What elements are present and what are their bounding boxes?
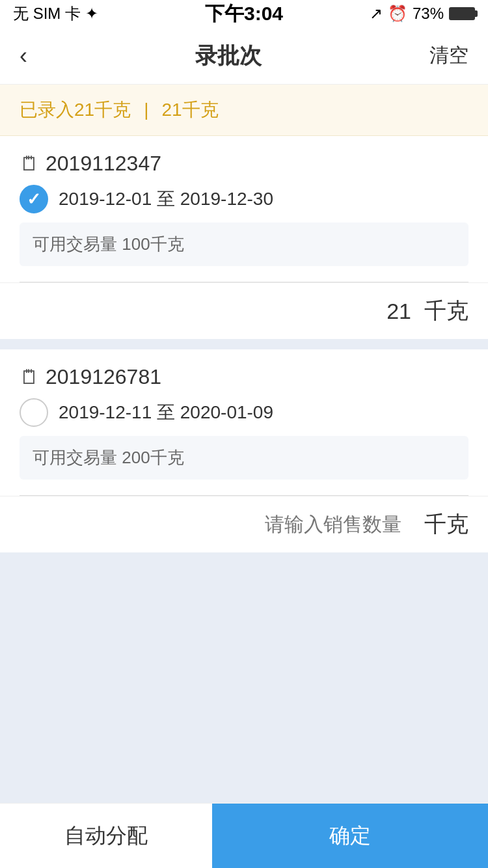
- summary-divider: |: [144, 100, 148, 120]
- batch-card-1-inner: 🗒 2019112347 2019-12-01 至 2019-12-30 可用交…: [0, 136, 488, 282]
- clear-button[interactable]: 清空: [429, 42, 468, 69]
- page-title: 录批次: [195, 41, 262, 71]
- batch-card-1: 🗒 2019112347 2019-12-01 至 2019-12-30 可用交…: [0, 136, 488, 339]
- batch-card-2-inner: 🗒 2019126781 2019-12-11 至 2020-01-09 可用交…: [0, 349, 488, 495]
- doc-icon-2: 🗒: [20, 366, 39, 388]
- battery-percent: 73%: [413, 5, 444, 23]
- status-left: 无 SIM 卡 ✦: [13, 3, 98, 24]
- batch-id-2: 2019126781: [46, 365, 161, 389]
- status-time: 下午3:04: [205, 1, 283, 27]
- batch-avail-2: 可用交易量 200千克: [20, 436, 468, 480]
- batch-avail-1: 可用交易量 100千克: [20, 223, 468, 266]
- bottom-bar: 自动分配 确定: [0, 803, 488, 868]
- batch-id-row-2: 🗒 2019126781: [20, 365, 468, 389]
- batch-id-1: 2019112347: [46, 152, 161, 176]
- batch-card-2: 🗒 2019126781 2019-12-11 至 2020-01-09 可用交…: [0, 349, 488, 552]
- batch-date-1: 2019-12-01 至 2019-12-30: [59, 187, 273, 211]
- batch-date-row-2[interactable]: 2019-12-11 至 2020-01-09: [20, 398, 468, 427]
- radio-1[interactable]: [20, 185, 48, 213]
- batch-date-row-1[interactable]: 2019-12-01 至 2019-12-30: [20, 185, 468, 213]
- back-button[interactable]: ‹: [20, 42, 27, 70]
- sim-text: 无 SIM 卡 ✦: [13, 3, 98, 24]
- qty-unit-2: 千克: [424, 509, 468, 539]
- status-bar: 无 SIM 卡 ✦ 下午3:04 ↗ ⏰ 73%: [0, 0, 488, 27]
- summary-bar: 已录入21千克 | 21千克: [0, 85, 488, 136]
- confirm-button[interactable]: 确定: [212, 804, 488, 868]
- radio-2[interactable]: [20, 398, 48, 427]
- amount-unit-1: 千克: [424, 296, 468, 326]
- summary-amount: 21千克: [161, 98, 218, 122]
- auto-distribute-button[interactable]: 自动分配: [0, 804, 212, 868]
- location-icon: ↗: [370, 5, 383, 23]
- alarm-icon: ⏰: [388, 5, 407, 23]
- status-right: ↗ ⏰ 73%: [370, 5, 475, 23]
- input-row-2: 千克: [0, 496, 488, 552]
- card-separator: [0, 339, 488, 349]
- nav-bar: ‹ 录批次 清空: [0, 27, 488, 85]
- amount-value-1: 21: [386, 299, 411, 324]
- battery-icon: [449, 7, 475, 20]
- batch-date-2: 2019-12-11 至 2020-01-09: [59, 400, 273, 425]
- batch-id-row-1: 🗒 2019112347: [20, 152, 468, 176]
- doc-icon-1: 🗒: [20, 153, 39, 175]
- qty-input-2[interactable]: [164, 513, 411, 536]
- empty-area: [0, 552, 488, 813]
- amount-row-1: 21 千克: [0, 282, 488, 339]
- recorded-label: 已录入21千克: [20, 98, 131, 122]
